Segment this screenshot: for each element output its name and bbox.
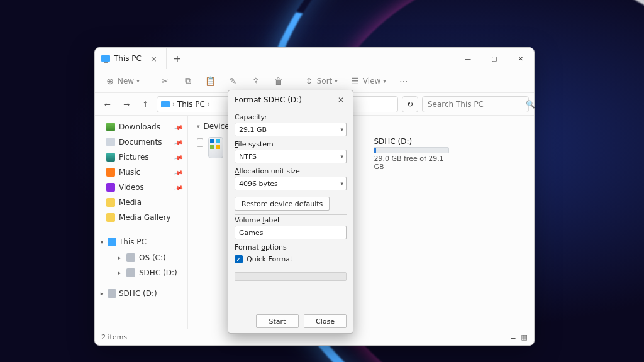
new-label: New (118, 77, 134, 85)
sidebar-item-media-gallery[interactable]: Media Gallery (95, 210, 187, 225)
ellipsis-icon: ⋯ (399, 76, 409, 86)
drive-icon (126, 253, 135, 262)
format-options-label: Format options (235, 243, 347, 251)
sidebar-item-music[interactable]: Music📌 (95, 165, 187, 180)
allocation-select[interactable]: 4096 bytes ▾ (235, 177, 347, 190)
cut-button[interactable]: ✂ (155, 74, 175, 89)
maximize-button[interactable]: ▢ (481, 48, 508, 69)
dialog-titlebar: Format SDHC (D:) ✕ (235, 94, 347, 106)
view-toggles: ≡ ▦ (510, 333, 528, 341)
sidebar-item-label: Music (119, 168, 140, 177)
chevron-right-icon: ▸ (99, 290, 105, 297)
windows-drive-icon (208, 137, 223, 158)
sidebar-item-sdhc-d[interactable]: ▸SDHC (D:) (95, 265, 187, 280)
allocation-label: Allocation unit size (235, 167, 347, 175)
refresh-button[interactable]: ↻ (402, 96, 418, 112)
search-input[interactable] (428, 100, 522, 109)
volume-label-value: Games (239, 229, 263, 237)
details-view-button[interactable]: ≡ (510, 333, 516, 341)
chevron-down-icon: ▾ (340, 153, 343, 160)
filesystem-select[interactable]: NTFS ▾ (235, 150, 347, 163)
drive-name: SDHC (D:) (374, 137, 455, 146)
drive-free-text: 29.0 GB free of 29.1 GB (374, 155, 455, 171)
drive-info: SDHC (D:) 29.0 GB free of 29.1 GB (374, 137, 455, 171)
drive-icon (126, 268, 135, 277)
minimize-button[interactable]: — (455, 48, 481, 69)
plus-circle-icon: ⊕ (105, 76, 115, 86)
copy-icon: ⧉ (183, 76, 193, 86)
sidebar-item-downloads[interactable]: Downloads📌 (95, 119, 187, 134)
monitor-icon (108, 238, 116, 246)
volume-label-input[interactable]: Games (235, 226, 347, 239)
sidebar-item-os-c[interactable]: ▸OS (C:) (95, 250, 187, 265)
chevron-down-icon: ▾ (99, 239, 105, 245)
pin-icon: 📌 (174, 122, 184, 132)
sort-label: Sort (317, 77, 333, 85)
capacity-value: 29.1 GB (239, 126, 267, 134)
start-label: Start (269, 317, 286, 326)
sidebar-item-label: Media Gallery (119, 213, 171, 222)
window-controls: — ▢ ✕ (455, 48, 534, 69)
sidebar-item-label: Documents (119, 138, 162, 146)
tiles-view-button[interactable]: ▦ (521, 333, 528, 341)
close-tab-button[interactable]: × (150, 54, 157, 63)
documents-icon (106, 138, 115, 146)
status-item-count: 2 items (101, 333, 127, 341)
drive-item-sdhc[interactable]: SDHC (D:) 29.0 GB free of 29.1 GB (348, 137, 455, 171)
sidebar-item-label: OS (C:) (139, 253, 166, 262)
drive-usage-bar (374, 147, 449, 153)
drive-checkbox[interactable] (197, 138, 203, 147)
sidebar-group-this-pc[interactable]: ▾ This PC (95, 234, 187, 250)
sidebar-item-pictures[interactable]: Pictures📌 (95, 150, 187, 165)
sidebar-item-videos[interactable]: Videos📌 (95, 180, 187, 195)
sidebar-item-label: Pictures (119, 153, 149, 162)
videos-icon (106, 183, 115, 192)
close-window-button[interactable]: ✕ (508, 48, 534, 69)
rename-icon: ✎ (228, 76, 238, 86)
more-button[interactable]: ⋯ (394, 74, 414, 89)
search-box[interactable]: 🔍 (422, 96, 529, 112)
filesystem-value: NTFS (239, 153, 257, 161)
sidebar-item-label: Downloads (119, 123, 160, 131)
copy-button[interactable]: ⧉ (178, 74, 198, 89)
monitor-icon (101, 55, 110, 62)
pin-icon: 📌 (174, 137, 184, 147)
dialog-title: Format SDHC (D:) (235, 96, 302, 104)
close-button[interactable]: Close (304, 314, 347, 328)
downloads-icon (106, 123, 115, 131)
chevron-down-icon: ▾ (340, 126, 343, 133)
new-button[interactable]: ⊕ New ▾ (100, 74, 145, 89)
chevron-down-icon: ▾ (335, 78, 338, 84)
sidebar-item-label: Videos (119, 183, 144, 192)
start-button[interactable]: Start (256, 314, 299, 328)
view-button[interactable]: ☰ View ▾ (345, 74, 391, 89)
pin-icon: 📌 (174, 152, 184, 162)
separator (150, 75, 150, 87)
share-button[interactable]: ⇪ (246, 74, 266, 89)
volume-label-label: Volume label (235, 214, 347, 224)
forward-button[interactable]: → (119, 97, 134, 112)
chevron-right-icon: › (208, 101, 210, 107)
paste-button[interactable]: 📋 (201, 74, 221, 89)
sidebar-item-label: SDHC (D:) (119, 289, 157, 298)
sort-button[interactable]: ↕ Sort ▾ (299, 74, 343, 89)
allocation-value: 4096 bytes (239, 180, 278, 188)
sidebar-item-documents[interactable]: Documents📌 (95, 134, 187, 150)
up-button[interactable]: ↑ (138, 97, 153, 112)
pictures-icon (106, 153, 115, 162)
rename-button[interactable]: ✎ (223, 74, 243, 89)
dialog-actions: Start Close (235, 314, 347, 328)
chevron-down-icon: ▾ (136, 78, 140, 84)
sidebar-group-sdhc[interactable]: ▸ SDHC (D:) (95, 285, 187, 302)
tab-this-pc[interactable]: This PC × (95, 48, 167, 69)
back-button[interactable]: ← (100, 97, 115, 112)
new-tab-button[interactable]: + (167, 48, 188, 69)
quick-format-checkbox[interactable]: ✓ Quick Format (235, 255, 347, 263)
cut-icon: ✂ (160, 76, 170, 86)
sidebar-item-media[interactable]: Media (95, 195, 187, 210)
restore-defaults-button[interactable]: Restore device defaults (235, 197, 330, 211)
close-label: Close (316, 317, 335, 326)
capacity-select[interactable]: 29.1 GB ▾ (235, 123, 347, 136)
delete-button[interactable]: 🗑 (269, 74, 289, 89)
close-dialog-button[interactable]: ✕ (335, 94, 347, 106)
